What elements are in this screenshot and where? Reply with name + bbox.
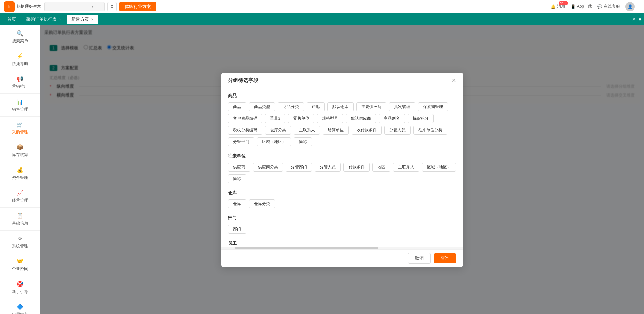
field-tag[interactable]: 往来单位分类 <box>413 126 447 135</box>
sidebar-item-system[interactable]: ⚙ 系统管理 <box>0 231 40 253</box>
field-tag[interactable]: 简称 <box>228 174 246 183</box>
sidebar-purchase-label: 采购管理 <box>12 129 28 135</box>
field-tag[interactable]: 商品类型 <box>249 102 275 111</box>
field-tag[interactable]: 付款条件 <box>343 163 370 172</box>
tab-purchase-order-close[interactable]: ✕ <box>59 18 61 21</box>
sidebar-item-sales[interactable]: 📊 销售管理 <box>0 94 40 117</box>
section-product-fields: 商品 商品类型 商品分类 产地 默认仓库 主要供应商 批次管理 保质期管理 客户… <box>228 102 456 146</box>
sidebar-item-search[interactable]: 🔍 搜索菜单 <box>0 25 40 48</box>
modal-close-icon[interactable]: ✕ <box>452 77 456 84</box>
field-tag[interactable]: 规格型号 <box>317 114 343 123</box>
field-tag[interactable]: 仓库分类 <box>265 126 291 135</box>
field-tag[interactable]: 零售单位 <box>288 114 314 123</box>
section-department-title: 部门 <box>228 215 456 221</box>
field-tag[interactable]: 分管部门 <box>228 137 254 146</box>
field-tag[interactable]: 分管部门 <box>286 163 312 172</box>
field-tag[interactable]: 产地 <box>307 102 325 111</box>
field-tag[interactable]: 默认仓库 <box>327 102 354 111</box>
tab-new-plan-close[interactable]: ✕ <box>91 18 94 21</box>
section-warehouse-title: 仓库 <box>228 190 456 196</box>
search-input[interactable] <box>47 4 91 9</box>
field-tag[interactable]: 客户商品编码 <box>228 114 262 123</box>
sidebar-inventory-label: 库存核算 <box>12 152 28 158</box>
field-tag[interactable]: 默认供应商 <box>346 114 376 123</box>
field-tag[interactable]: 商品分类 <box>278 102 304 111</box>
field-tag[interactable]: 商品 <box>228 102 246 111</box>
tab-purchase-order-label: 采购订单执行表 <box>26 16 57 22</box>
modal-title: 分组待选字段 <box>228 77 258 84</box>
confirm-button[interactable]: 查询 <box>434 253 456 263</box>
app-center-icon: 🔷 <box>16 303 24 310</box>
field-tag[interactable]: 收付款条件 <box>352 126 382 135</box>
notification-icon: 🔔 <box>551 4 556 9</box>
field-tag[interactable]: 简称 <box>294 137 312 146</box>
field-tag[interactable]: 区域（地区） <box>422 163 456 172</box>
nav-more-icon[interactable]: ≡ <box>639 17 641 22</box>
sidebar-collab-label: 企业协同 <box>12 266 28 272</box>
logo-area: b 畅捷通好生意 <box>4 1 44 12</box>
sidebar-item-basic-info[interactable]: 📋 基础信息 <box>0 208 40 231</box>
app-download-item[interactable]: 📱 App下载 <box>571 4 592 9</box>
guide-icon: 🎯 <box>16 280 24 288</box>
cancel-button[interactable]: 取消 <box>408 253 431 264</box>
notification-item[interactable]: 🔔 消息 99+ <box>551 4 565 9</box>
search-dropdown-icon[interactable]: ▼ <box>91 5 94 8</box>
nav-close-icon[interactable]: ✕ <box>632 17 636 22</box>
field-tag[interactable]: 供应商 <box>228 163 250 172</box>
sidebar-marketing-label: 营销推广 <box>12 84 28 89</box>
field-tag[interactable]: 保质期管理 <box>418 102 448 111</box>
search-input-wrap[interactable]: ▼ <box>44 2 105 11</box>
field-tag[interactable]: 区域（地区） <box>257 137 291 146</box>
field-tag[interactable]: 批次管理 <box>389 102 415 111</box>
gear-button[interactable]: ⚙ <box>107 2 117 11</box>
section-employee: 员工 业务员 <box>228 240 456 247</box>
sidebar-item-operations[interactable]: 📈 经营管理 <box>0 185 40 208</box>
sidebar-item-purchase[interactable]: 🛒 采购管理 <box>0 117 40 139</box>
modal-horizontal-scrollbar[interactable] <box>221 247 463 249</box>
svg-text:b: b <box>8 5 10 9</box>
field-tag[interactable]: 拣货积分 <box>408 114 434 123</box>
field-tag[interactable]: 仓库 <box>228 199 246 208</box>
sidebar-item-quick-nav[interactable]: ⚡ 快捷导航 <box>0 48 40 71</box>
purchase-icon: 🛒 <box>16 121 24 128</box>
field-tag[interactable]: 商品别名 <box>379 114 405 123</box>
field-tag[interactable]: 地区 <box>372 163 390 172</box>
modal-footer: 取消 查询 <box>221 249 463 267</box>
field-tag[interactable]: 主联系人 <box>294 126 320 135</box>
field-tag[interactable]: 仓库分类 <box>249 199 275 208</box>
experience-button[interactable]: 体验行业方案 <box>119 2 156 11</box>
tab-home[interactable]: 首页 <box>3 15 21 24</box>
sidebar-item-collab[interactable]: 🤝 企业协同 <box>0 253 40 276</box>
logo-icon: b <box>4 1 15 12</box>
tab-purchase-order[interactable]: 采购订单执行表 ✕ <box>21 15 66 24</box>
sidebar-item-app-center[interactable]: 🔷 应用中心 <box>0 299 40 314</box>
nav-tabs: 首页 采购订单执行表 ✕ 新建方案 ✕ ✕ ≡ <box>0 13 644 25</box>
online-service-item[interactable]: 💬 在线客服 <box>597 4 620 9</box>
sidebar-item-marketing[interactable]: 📢 营销推广 <box>0 71 40 94</box>
avatar[interactable]: 👤 <box>625 2 635 11</box>
quick-nav-icon: ⚡ <box>16 52 24 60</box>
field-tag[interactable]: 税收分类编码 <box>228 126 262 135</box>
sidebar-guide-label: 新手引导 <box>12 289 28 295</box>
field-tag[interactable]: 主联系人 <box>393 163 419 172</box>
field-tag[interactable]: 结算单位 <box>323 126 349 135</box>
sidebar-basic-info-label: 基础信息 <box>12 221 28 226</box>
sidebar-finance-label: 资金管理 <box>12 175 28 181</box>
field-tag[interactable]: 分管人员 <box>315 163 341 172</box>
section-counterpart: 往来单位 供应商 供应商分类 分管部门 分管人员 付款条件 地区 主联系人 区域… <box>228 153 456 183</box>
sidebar-item-inventory[interactable]: 📦 库存核算 <box>0 139 40 162</box>
sidebar-item-guide[interactable]: 🎯 新手引导 <box>0 276 40 299</box>
avatar-icon: 👤 <box>628 4 633 9</box>
sidebar-item-finance[interactable]: 💰 资金管理 <box>0 162 40 185</box>
field-tag[interactable]: 供应商分类 <box>253 163 283 172</box>
field-tag[interactable]: 分管人员 <box>384 126 411 135</box>
tab-new-plan[interactable]: 新建方案 ✕ <box>67 15 98 24</box>
field-tag[interactable]: 主要供应商 <box>356 102 386 111</box>
section-product-title: 商品 <box>228 93 456 99</box>
modal-body[interactable]: 商品 商品 商品类型 商品分类 产地 默认仓库 主要供应商 批次管理 保质期管理… <box>221 87 463 247</box>
sidebar: 🔍 搜索菜单 ⚡ 快捷导航 📢 营销推广 📊 销售管理 🛒 采购管理 📦 库存核… <box>0 25 40 314</box>
field-tag[interactable]: 部门 <box>228 225 246 234</box>
system-icon: ⚙ <box>16 235 24 242</box>
field-tag[interactable]: 重量3 <box>265 114 285 123</box>
section-counterpart-title: 往来单位 <box>228 153 456 159</box>
